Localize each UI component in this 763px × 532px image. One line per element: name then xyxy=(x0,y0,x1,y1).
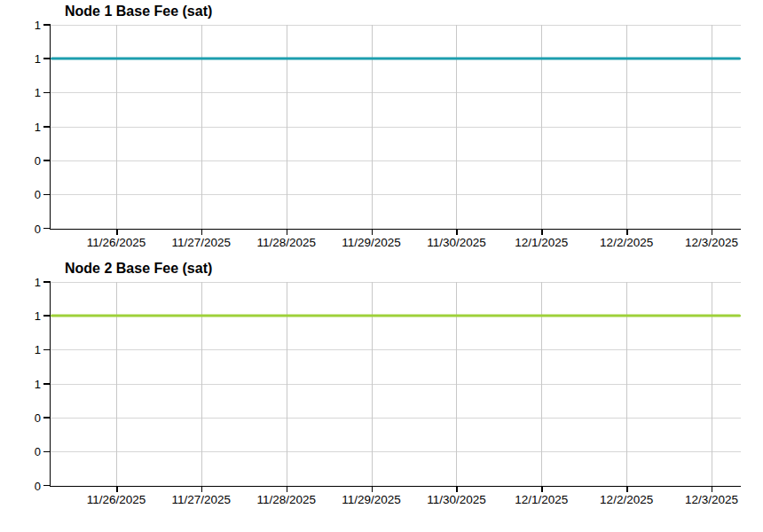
x-axis-tick xyxy=(456,230,458,235)
gridline-horizontal xyxy=(51,384,741,385)
x-axis-tick xyxy=(201,230,203,235)
gridline-horizontal xyxy=(51,194,741,195)
gridline-horizontal xyxy=(51,127,741,128)
y-tick-label: 1 xyxy=(35,121,41,132)
x-axis-tick xyxy=(541,230,543,235)
x-axis-tick xyxy=(372,230,374,235)
x-tick-label: 12/2/2025 xyxy=(600,237,653,249)
y-tick-label: 1 xyxy=(35,378,41,389)
y-tick-label: 0 xyxy=(35,446,41,458)
gridline-vertical xyxy=(116,25,117,229)
x-axis-tick xyxy=(541,487,543,492)
y-axis-line xyxy=(50,25,51,231)
chart-node-2-base-fee: Node 2 Base Fee (sat) 111100011/26/20251… xyxy=(0,257,763,532)
x-axis-tick xyxy=(626,230,628,235)
x-tick-label: 11/28/2025 xyxy=(256,494,316,506)
gridline-vertical xyxy=(287,282,287,486)
gridline-vertical xyxy=(712,25,712,229)
y-tick-label: 0 xyxy=(35,411,41,423)
gridline-vertical xyxy=(712,282,712,486)
gridline-horizontal xyxy=(51,160,741,161)
x-tick-label: 11/29/2025 xyxy=(342,237,401,249)
gridline-vertical xyxy=(201,25,202,229)
chart-node-1-base-fee: Node 1 Base Fee (sat) 111100011/26/20251… xyxy=(0,0,763,257)
gridline-vertical xyxy=(626,282,627,486)
x-axis-tick xyxy=(626,487,628,492)
x-axis-line xyxy=(50,486,742,488)
y-axis-line xyxy=(50,282,51,488)
gridline-vertical xyxy=(116,282,117,486)
y-tick-label: 0 xyxy=(35,189,41,200)
x-tick-label: 12/3/2025 xyxy=(685,237,738,249)
gridline-vertical xyxy=(287,25,287,229)
gridline-vertical xyxy=(372,25,373,229)
y-tick-label: 1 xyxy=(35,53,41,65)
y-tick-label: 1 xyxy=(35,344,41,356)
gridline-vertical xyxy=(456,25,457,229)
gridline-horizontal xyxy=(51,451,741,452)
x-tick-label: 11/28/2025 xyxy=(256,237,316,249)
x-tick-label: 11/26/2025 xyxy=(87,237,146,249)
gridline-vertical xyxy=(201,282,202,486)
x-tick-label: 11/29/2025 xyxy=(342,494,401,506)
gridline-vertical xyxy=(541,25,542,229)
y-tick-label: 1 xyxy=(35,277,41,288)
x-axis-tick xyxy=(712,487,713,492)
x-axis-tick xyxy=(712,230,713,235)
x-tick-label: 11/27/2025 xyxy=(172,494,232,506)
y-tick-label: 1 xyxy=(35,20,41,31)
x-axis-tick xyxy=(287,487,288,492)
plot-area: 111100011/26/202511/27/202511/28/202511/… xyxy=(51,25,741,229)
x-axis-tick xyxy=(456,487,458,492)
x-tick-label: 11/26/2025 xyxy=(87,494,146,506)
x-tick-label: 12/1/2025 xyxy=(515,494,568,506)
y-tick-label: 1 xyxy=(35,87,41,98)
chart-title: Node 2 Base Fee (sat) xyxy=(65,261,212,277)
x-axis-tick xyxy=(287,230,288,235)
x-tick-label: 11/30/2025 xyxy=(427,494,486,506)
x-axis-tick xyxy=(372,487,374,492)
y-tick-label: 0 xyxy=(35,223,41,234)
gridline-horizontal xyxy=(51,282,741,283)
x-tick-label: 11/27/2025 xyxy=(172,237,232,249)
dual-base-fee-charts: Node 1 Base Fee (sat) 111100011/26/20251… xyxy=(0,0,763,532)
x-axis-tick xyxy=(201,487,203,492)
series-line xyxy=(51,58,741,60)
x-axis-tick xyxy=(116,230,118,235)
gridline-horizontal xyxy=(51,25,741,26)
gridline-vertical xyxy=(626,25,627,229)
gridline-vertical xyxy=(541,282,542,486)
gridline-vertical xyxy=(372,282,373,486)
y-tick-label: 0 xyxy=(35,154,41,166)
x-tick-label: 12/3/2025 xyxy=(685,494,738,506)
y-tick-label: 1 xyxy=(35,310,41,322)
x-tick-label: 12/1/2025 xyxy=(515,237,568,249)
gridline-horizontal xyxy=(51,92,741,93)
chart-title: Node 1 Base Fee (sat) xyxy=(65,4,212,20)
y-tick-label: 0 xyxy=(35,480,41,491)
plot-area: 111100011/26/202511/27/202511/28/202511/… xyxy=(51,282,741,486)
x-tick-label: 11/30/2025 xyxy=(427,237,486,249)
gridline-horizontal xyxy=(51,418,741,419)
gridline-vertical xyxy=(456,282,457,486)
x-axis-line xyxy=(50,229,742,231)
series-line xyxy=(51,315,741,317)
x-axis-tick xyxy=(116,487,118,492)
gridline-horizontal xyxy=(51,349,741,350)
x-tick-label: 12/2/2025 xyxy=(600,494,653,506)
